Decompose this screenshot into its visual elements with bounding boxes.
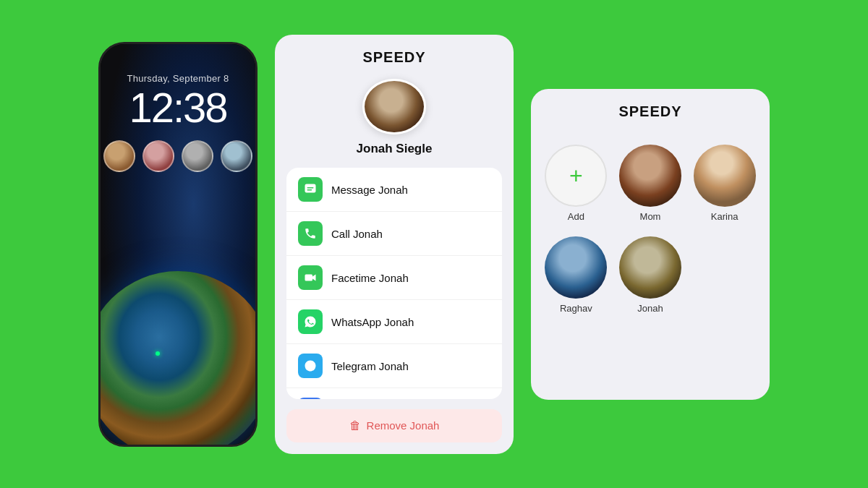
- earth-dot: [156, 351, 160, 356]
- raghav-avatar: [545, 236, 607, 299]
- phone-icon: [298, 221, 323, 246]
- middle-panel-title: SPEEDY: [362, 49, 425, 66]
- lock-avatar-1: [103, 140, 135, 172]
- svg-rect-1: [305, 275, 313, 281]
- contact-avatar: [362, 79, 426, 135]
- action-facetime[interactable]: Facetime Jonah: [286, 256, 502, 300]
- lock-avatar-4: [221, 140, 252, 172]
- add-avatar: +: [545, 145, 607, 207]
- karina-avatar: [694, 145, 756, 207]
- raghav-label: Raghav: [560, 303, 592, 314]
- action-whatsapp-label: WhatsApp Jonah: [331, 316, 414, 328]
- remove-trash-icon: 🗑: [349, 419, 361, 432]
- contact-karina[interactable]: Karina: [691, 145, 758, 222]
- contacts-grid-panel: SPEEDY + Add Mom Karina Raghav Jonah: [531, 89, 770, 400]
- action-call-label: Call Jonah: [331, 228, 383, 240]
- action-facetime-label: Facetime Jonah: [331, 272, 409, 284]
- lock-screen: Thursday, September 8 12:38: [101, 44, 255, 445]
- contact-raghav[interactable]: Raghav: [542, 236, 610, 314]
- actions-card: Message Jonah Call Jonah Facetime Jonah …: [286, 168, 502, 398]
- action-call[interactable]: Call Jonah: [286, 212, 502, 256]
- add-plus-icon: +: [569, 164, 583, 187]
- whatsapp-icon: [298, 309, 323, 334]
- lock-screen-avatars: [103, 140, 252, 172]
- mom-avatar: [619, 145, 681, 207]
- add-contact-button[interactable]: + Add: [542, 145, 610, 222]
- contacts-grid: + Add Mom Karina Raghav Jonah: [542, 145, 758, 314]
- contact-jonah[interactable]: Jonah: [617, 236, 684, 314]
- remove-contact-button[interactable]: 🗑 Remove Jonah: [286, 409, 502, 442]
- mom-label: Mom: [640, 211, 661, 222]
- action-message[interactable]: Message Jonah: [286, 168, 502, 212]
- jonah-avatar: [619, 236, 681, 299]
- lock-avatar-3: [182, 140, 213, 172]
- lock-date: Thursday, September 8: [127, 73, 229, 84]
- jonah-label: Jonah: [637, 303, 663, 314]
- action-signal[interactable]: Signal Jonah: [286, 388, 502, 398]
- contact-detail-panel: SPEEDY Jonah Siegle Message Jonah Call J…: [275, 35, 514, 454]
- action-telegram[interactable]: Telegram Jonah: [286, 344, 502, 388]
- telegram-icon: [298, 354, 323, 378]
- action-whatsapp[interactable]: WhatsApp Jonah: [286, 300, 502, 344]
- karina-label: Karina: [711, 211, 739, 222]
- lock-avatar-2: [142, 140, 174, 172]
- remove-contact-label: Remove Jonah: [367, 419, 440, 432]
- action-telegram-label: Telegram Jonah: [331, 360, 409, 372]
- action-message-label: Message Jonah: [331, 184, 408, 196]
- earth-background: [98, 271, 258, 447]
- lock-time: 12:38: [129, 87, 226, 129]
- message-icon: [298, 177, 323, 202]
- contact-mom[interactable]: Mom: [617, 145, 684, 222]
- contact-name: Jonah Siegle: [357, 142, 433, 156]
- signal-icon: [298, 398, 323, 398]
- phone-mockup: Thursday, September 8 12:38: [98, 42, 258, 447]
- facetime-icon: [298, 265, 323, 290]
- right-panel-title: SPEEDY: [618, 103, 681, 120]
- add-contact-label: Add: [568, 211, 584, 222]
